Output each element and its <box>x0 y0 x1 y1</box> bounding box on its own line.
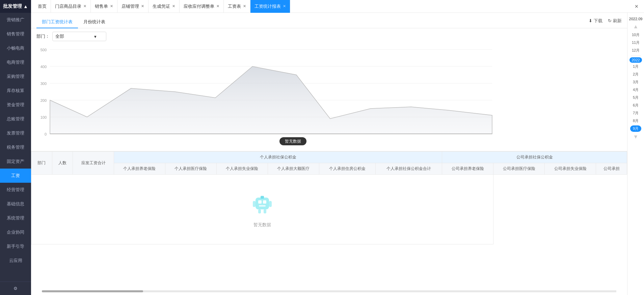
tabbar-end: ✕ <box>633 3 641 10</box>
tab-store-mgmt[interactable]: 店铺管理 ✕ <box>117 0 149 13</box>
sidebar-item-xiaochang[interactable]: 小畅电商 <box>0 41 31 55</box>
sub-tab-month[interactable]: 月份统计表 <box>78 16 111 28</box>
sidebar-header[interactable]: 批发管理 ▲ <box>0 0 31 13</box>
tab-store-mgmt-close[interactable]: ✕ <box>141 4 144 8</box>
empty-text: 暂无数据 <box>253 222 271 228</box>
timeline-month-3[interactable]: 3月 <box>627 78 644 86</box>
toolbar-left: 部门： 全部 ▾ <box>36 32 106 41</box>
download-icon: ⬇ <box>589 18 592 23</box>
dept-select[interactable]: 全部 ▾ <box>52 32 106 41</box>
svg-text:400: 400 <box>41 65 47 69</box>
tab-payroll-label: 工资表 <box>228 3 241 9</box>
sidebar-item-capital[interactable]: 资金管理 <box>0 98 31 112</box>
sub-tabs: 部门工资统计表 月份统计表 ⬇ 下载 ↻ 刷新 <box>31 13 627 28</box>
svg-text:100: 100 <box>41 115 47 119</box>
table-area[interactable]: 部门 人数 应发工资合计 个人承担社保公积金 公司承担社保公积金 个人承担养老保… <box>31 151 627 289</box>
sidebar-item-stock[interactable]: 库存核算 <box>0 84 31 98</box>
sidebar-item-ecom[interactable]: 电商管理 <box>0 55 31 69</box>
close-all-button[interactable]: ✕ <box>633 3 640 10</box>
svg-rect-23 <box>264 209 266 213</box>
sidebar-title: 批发管理 <box>3 3 22 9</box>
tab-sales-label: 销售单 <box>95 3 108 9</box>
dept-select-value: 全部 <box>55 33 64 39</box>
tab-salary-report-label: 工资统计报表 <box>254 3 281 9</box>
tab-salary-report[interactable]: 工资统计报表 ✕ <box>250 0 290 13</box>
timeline-sep <box>631 56 641 56</box>
scrollbar-thumb[interactable] <box>42 290 143 292</box>
sub-tab-month-label: 月份统计表 <box>83 19 105 24</box>
svg-text:200: 200 <box>41 98 47 102</box>
sub-tab-dept[interactable]: 部门工资统计表 <box>36 16 78 28</box>
timeline-month-nov[interactable]: 11月 <box>627 39 644 47</box>
sidebar-item-ledger[interactable]: 总账管理 <box>0 112 31 126</box>
svg-rect-20 <box>253 201 256 207</box>
sidebar-item-system[interactable]: 系统管理 <box>0 211 31 225</box>
col-total-salary: 应发工资合计 <box>73 152 114 175</box>
svg-rect-17 <box>263 200 266 204</box>
timeline-month-5[interactable]: 5月 <box>627 94 644 101</box>
refresh-button[interactable]: ↻ 刷新 <box>608 18 622 24</box>
tab-salary-report-close[interactable]: ✕ <box>283 4 286 8</box>
timeline-month-4[interactable]: 4月 <box>627 86 644 94</box>
empty-robot-icon <box>249 191 276 218</box>
tab-store-catalog-close[interactable]: ✕ <box>83 4 86 8</box>
timeline-month-1[interactable]: 1月 <box>627 63 644 70</box>
sidebar-item-basic[interactable]: 基础信息 <box>0 197 31 211</box>
svg-text:暂无数据: 暂无数据 <box>285 139 301 144</box>
tab-voucher-close[interactable]: ✕ <box>172 4 175 8</box>
tabbar: 首页 门店商品目录 ✕ 销售单 ✕ 店铺管理 ✕ 生成凭证 ✕ 应收应付调整单 … <box>31 0 644 13</box>
sidebar-item-operations[interactable]: 经营管理 <box>0 183 31 197</box>
empty-state: 暂无数据 <box>35 177 489 241</box>
sidebar-item-tax[interactable]: 税务管理 <box>0 140 31 154</box>
sidebar-item-enterprise[interactable]: 企业协同 <box>0 225 31 239</box>
timeline-month-9[interactable]: 9月 <box>630 125 641 132</box>
sidebar-item-marketing[interactable]: 营销推广 <box>0 13 31 27</box>
tab-sales[interactable]: 销售单 ✕ <box>91 0 117 13</box>
sidebar-item-cloud[interactable]: 云应用 <box>0 254 31 268</box>
timeline-month-2[interactable]: 2月 <box>627 70 644 78</box>
main-area: 首页 门店商品目录 ✕ 销售单 ✕ 店铺管理 ✕ 生成凭证 ✕ 应收应付调整单 … <box>31 0 644 295</box>
col-personal-pension: 个人承担养老保险 <box>114 163 165 175</box>
timeline-month-oct[interactable]: 10月 <box>627 31 644 39</box>
sidebar-toggle-icon: ▲ <box>23 4 28 9</box>
timeline-month-6[interactable]: 6月 <box>627 101 644 109</box>
timeline-down-icon[interactable]: ▼ <box>632 132 640 141</box>
svg-text:0: 0 <box>45 132 47 136</box>
chart-area: 500 400 300 200 100 0 <box>31 45 627 151</box>
timeline-month-dec[interactable]: 12月 <box>627 47 644 54</box>
empty-row: 暂无数据 <box>31 175 493 244</box>
tab-home[interactable]: 首页 <box>34 0 51 13</box>
sidebar-item-salary[interactable]: 工资 <box>0 169 31 183</box>
sidebar-item-assets[interactable]: 固定资产 <box>0 154 31 169</box>
tab-payroll[interactable]: 工资表 ✕ <box>224 0 250 13</box>
sidebar-item-purchase[interactable]: 采购管理 <box>0 69 31 84</box>
dept-label: 部门： <box>36 33 50 39</box>
tab-voucher[interactable]: 生成凭证 ✕ <box>149 0 180 13</box>
download-label: 下载 <box>594 18 602 24</box>
sidebar-item-guide[interactable]: 新手引导 <box>0 239 31 254</box>
tab-payroll-close[interactable]: ✕ <box>243 4 246 8</box>
tab-sales-close[interactable]: ✕ <box>110 4 113 8</box>
svg-text:300: 300 <box>41 82 47 86</box>
gear-icon: ⚙ <box>14 286 18 291</box>
settings-button[interactable]: ⚙ <box>0 282 31 295</box>
sidebar-item-sales[interactable]: 销售管理 <box>0 27 31 41</box>
horizontal-scrollbar[interactable] <box>42 290 616 292</box>
tab-voucher-label: 生成凭证 <box>153 3 170 9</box>
col-company-unemployment: 公司承担失业保险 <box>545 163 596 175</box>
download-button[interactable]: ⬇ 下载 <box>589 18 602 24</box>
tab-receivable-label: 应收应付调整单 <box>184 3 214 9</box>
tab-receivable-close[interactable]: ✕ <box>216 4 219 8</box>
svg-rect-18 <box>259 205 266 207</box>
timeline-up-icon[interactable]: ▲ <box>632 22 640 31</box>
timeline-month-7[interactable]: 7月 <box>627 109 644 117</box>
tab-store-catalog[interactable]: 门店商品目录 ✕ <box>51 0 91 13</box>
sidebar-item-invoice[interactable]: 发票管理 <box>0 126 31 140</box>
timeline-month-8[interactable]: 8月 <box>627 117 644 125</box>
tab-receivable[interactable]: 应收应付调整单 ✕ <box>180 0 224 13</box>
svg-rect-16 <box>258 200 262 204</box>
col-personal-major-medical: 个人承担大额医疗 <box>268 163 319 175</box>
col-headcount: 人数 <box>52 152 73 175</box>
timeline-year-2022: 2022.09 <box>629 16 643 22</box>
svg-rect-15 <box>256 198 269 209</box>
